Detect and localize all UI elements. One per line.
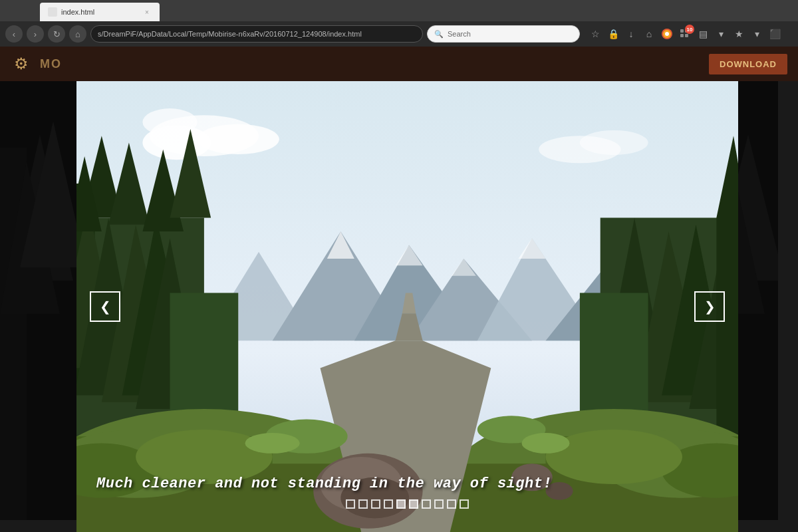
tab-close-button[interactable]: × [142, 7, 152, 17]
dropdown-arrow2-icon[interactable]: ▾ [749, 27, 764, 41]
svg-point-21 [580, 130, 648, 155]
slider-scene-svg [76, 81, 738, 532]
svg-rect-5 [680, 34, 684, 37]
slide-dot-10[interactable] [460, 499, 469, 509]
left-forest-svg [0, 81, 80, 520]
apps-grid-icon[interactable]: 10 [678, 27, 692, 41]
home-icon[interactable]: ⌂ [642, 27, 656, 41]
svg-point-2 [665, 32, 669, 36]
slide-dot-5[interactable] [396, 499, 406, 509]
tab-title: index.html [61, 8, 138, 16]
home-button[interactable]: ⌂ [69, 25, 86, 43]
main-content: ❮ ❯ Much cleaner and not standing in the… [0, 81, 798, 532]
dropdown-arrow-icon[interactable]: ▾ [714, 27, 728, 41]
notification-badge: 10 [685, 25, 694, 34]
browser-tab[interactable]: index.html × [40, 3, 160, 21]
search-bar[interactable]: 🔍 Search [427, 25, 580, 43]
image-slider: ❮ ❯ Much cleaner and not standing in the… [76, 81, 738, 532]
prev-arrow-icon: ❮ [100, 299, 111, 315]
prev-slide-button[interactable]: ❮ [90, 291, 120, 322]
address-bar-row: ‹ › ↻ ⌂ s/DreamPiF/AppData/Local/Temp/Mo… [0, 21, 798, 47]
svg-rect-3 [680, 29, 684, 33]
duckduckgo-icon[interactable] [660, 27, 674, 41]
slide-dot-2[interactable] [358, 499, 368, 509]
back-button[interactable]: ‹ [5, 25, 23, 43]
address-bar[interactable]: s/DreamPiF/AppData/Local/Temp/Mobirise-n… [90, 25, 423, 43]
slide-dot-6[interactable] [409, 499, 418, 509]
next-arrow-icon: ❯ [704, 299, 716, 315]
bookmark-star-icon[interactable]: ★ [732, 27, 746, 41]
svg-point-74 [522, 433, 570, 454]
slide-dot-4[interactable] [384, 499, 393, 509]
browser-chrome: index.html × ‹ › ↻ ⌂ s/DreamPiF/AppData/… [0, 0, 798, 47]
toolbar-icons: ☆ 🔒 ↓ ⌂ 10 ▤ ▾ [588, 27, 782, 41]
slide-dot-9[interactable] [447, 499, 456, 509]
svg-point-73 [245, 433, 300, 454]
slide-dot-8[interactable] [434, 499, 444, 509]
slide-dot-7[interactable] [422, 499, 431, 509]
caption-text: Much cleaner and not standing in the way… [96, 475, 552, 492]
app-logo: MO [40, 57, 62, 71]
settings-gear-icon[interactable]: ⚙ [11, 53, 32, 74]
tab-favicon [48, 7, 57, 17]
svg-point-18 [198, 124, 279, 154]
download-icon[interactable]: ↓ [624, 27, 638, 41]
slide-dot-3[interactable] [371, 499, 380, 509]
next-slide-button[interactable]: ❯ [694, 291, 725, 322]
svg-rect-6 [685, 34, 688, 37]
app-header: ⚙ MO DOWNLOAD [0, 47, 798, 81]
star-icon[interactable]: ☆ [588, 27, 602, 41]
extension-icon[interactable]: ⬛ [767, 27, 782, 41]
forward-button[interactable]: › [27, 25, 44, 43]
left-side-panel [0, 81, 80, 532]
url-text: s/DreamPiF/AppData/Local/Temp/Mobirise-n… [98, 30, 416, 38]
reload-button[interactable]: ↻ [48, 25, 65, 43]
slide-caption: Much cleaner and not standing in the way… [76, 475, 738, 492]
shield-icon[interactable]: 🔒 [606, 27, 620, 41]
download-button[interactable]: DOWNLOAD [709, 54, 787, 74]
menu-icon[interactable]: ▤ [696, 27, 710, 41]
svg-point-19 [142, 108, 197, 136]
slide-dot-1[interactable] [346, 499, 355, 509]
search-input[interactable]: Search [448, 30, 471, 38]
app-container: ⚙ MO DOWNLOAD [0, 47, 798, 532]
duckduckgo-logo [661, 28, 673, 40]
tab-bar: index.html × [0, 0, 798, 21]
slide-dots [76, 499, 738, 509]
search-icon: 🔍 [434, 30, 444, 39]
